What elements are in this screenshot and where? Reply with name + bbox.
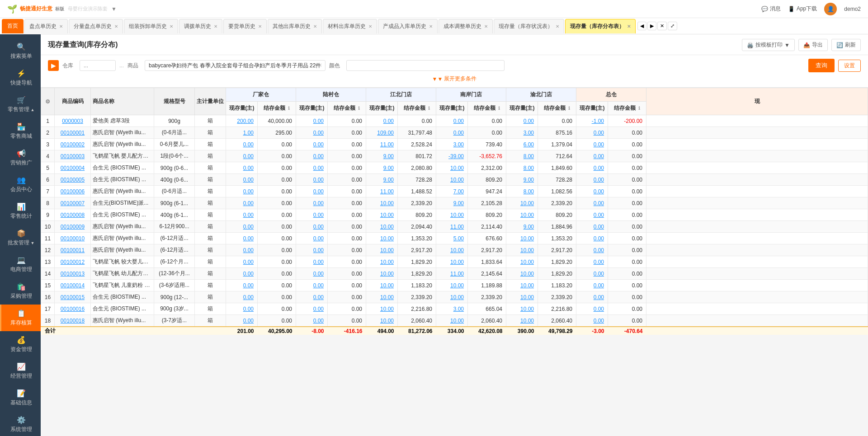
tab-expand-btn[interactable]: ⤢ — [668, 22, 677, 30]
code-link[interactable]: 00100011 — [61, 247, 85, 253]
tab-cost-adjust[interactable]: 成本调整单历史 ✕ — [439, 19, 493, 33]
query-btn[interactable]: 查询 — [808, 59, 835, 72]
sidebar-item-ecommerce[interactable]: 💻 电商管理 — [0, 251, 41, 278]
user-avatar[interactable]: 👤 — [824, 3, 837, 15]
settings-btn[interactable]: 设置 — [838, 60, 861, 72]
tab-close-stock-status[interactable]: ✕ — [556, 24, 559, 29]
sidebar-item-finance[interactable]: 💰 资金管理 — [0, 331, 41, 358]
tab-home[interactable]: 首页 — [2, 19, 24, 33]
print-btn[interactable]: 🖨️ 按模板打印 ▼ — [742, 39, 795, 51]
code-link[interactable]: 00100002 — [61, 141, 85, 148]
tab-stock-dist[interactable]: 现存量（库存分布表） ✕ — [565, 19, 636, 33]
code-link[interactable]: 00100014 — [61, 282, 85, 289]
code-link[interactable]: 00100013 — [61, 271, 85, 277]
cell-nanan-qty: 10.00 — [436, 315, 468, 327]
sidebar-item-system[interactable]: ⚙️ 系统管理 — [0, 411, 41, 436]
code-link[interactable]: 00100015 — [61, 294, 85, 300]
cell-unit: 箱 — [195, 256, 226, 268]
cell-lucun-amt: 0.00 — [328, 244, 366, 256]
logo-area: 🌱 畅捷通好生意 标版 母婴行业演示陈套 ▼ — [7, 4, 117, 14]
tab-close-combo[interactable]: ✕ — [170, 24, 173, 29]
tab-prev-btn[interactable]: ◀ — [637, 22, 646, 30]
tab-stock-status[interactable]: 现存量（库存状况表） ✕ — [494, 19, 564, 33]
tab-inventory[interactable]: 盘点单历史 ✕ — [24, 19, 68, 33]
tab-close-all-btn[interactable]: ✕ — [657, 22, 667, 30]
sidebar-item-marketing[interactable]: 📢 营销推广 — [0, 145, 41, 171]
tab-close-cost-adjust[interactable]: ✕ — [484, 24, 488, 29]
sidebar-item-ops[interactable]: 📈 经营管理 — [0, 358, 41, 384]
info-icon-4[interactable]: ℹ — [498, 106, 500, 111]
sidebar-item-retail[interactable]: 🛒 零售管理 ▲ — [0, 91, 41, 118]
tab-close-inventory[interactable]: ✕ — [59, 24, 63, 29]
code-link[interactable]: 00100010 — [61, 235, 85, 242]
code-link[interactable]: 00100001 — [61, 130, 85, 136]
sidebar-item-retail-stats[interactable]: 📊 零售统计 — [0, 198, 41, 225]
cell-total-qty: 0.00 — [576, 315, 608, 327]
th-warehouse-jiangbei: 江北门店 — [366, 88, 436, 102]
sidebar-item-basic[interactable]: 📝 基础信息 — [0, 384, 41, 411]
tab-close-stock-dist[interactable]: ✕ — [627, 24, 631, 29]
sidebar-item-inventory[interactable]: 📋 库存核算 — [0, 305, 41, 331]
sidebar-item-member[interactable]: 👥 会员中心 — [0, 171, 41, 198]
code-link[interactable]: 00100004 — [61, 165, 85, 171]
tab-material-out[interactable]: 材料出库单历史 ✕ — [323, 19, 377, 33]
code-link[interactable]: 00100003 — [61, 153, 85, 159]
tab-close-material-out[interactable]: ✕ — [368, 24, 372, 29]
industry-dropdown-icon[interactable]: ▼ — [111, 6, 117, 12]
app-download-btn[interactable]: 📱 App下载 — [788, 5, 817, 13]
code-link[interactable]: 00100006 — [61, 188, 85, 195]
sidebar-item-search[interactable]: 🔍 搜索英单 — [0, 38, 41, 65]
retail-icon: 🛒 — [17, 96, 26, 104]
tab-close-requisition[interactable]: ✕ — [258, 24, 262, 29]
export-btn[interactable]: 📤 导出 — [798, 39, 828, 51]
code-link[interactable]: 00100016 — [61, 306, 85, 312]
info-icon-2[interactable]: ℹ — [358, 106, 360, 111]
tab-combo[interactable]: 组装拆卸单历史 ✕ — [124, 19, 178, 33]
code-link[interactable]: 00100009 — [61, 224, 85, 230]
sidebar-item-retail-mall[interactable]: 🏪 零售商城 — [0, 118, 41, 145]
color-input[interactable] — [346, 60, 505, 71]
code-link[interactable]: 0000003 — [62, 118, 83, 124]
cell-idx: 13 — [41, 256, 55, 268]
tab-product-in[interactable]: 产成品入库单历史 ✕ — [378, 19, 438, 33]
expand-more-btn[interactable]: ▼▼ 展开更多条件 — [432, 75, 477, 83]
code-link[interactable]: 00100005 — [61, 177, 85, 183]
cell-idx: 4 — [41, 150, 55, 162]
tab-requisition[interactable]: 要货单历史 ✕ — [223, 19, 267, 33]
info-icon-1[interactable]: ℹ — [288, 106, 290, 111]
sidebar-item-shortcut[interactable]: ⚡ 快捷导航 — [0, 65, 41, 91]
table-row: 10 00100009 惠氏启智 (Wyeth illu... 6-12月900… — [41, 221, 868, 233]
cell-idx: 18 — [41, 315, 55, 327]
sidebar-item-wholesale[interactable]: 📦 批发管理 ▼ — [0, 225, 41, 251]
tab-close-sub-inventory[interactable]: ✕ — [114, 24, 118, 29]
tab-transfer[interactable]: 调拨单历史 ✕ — [179, 19, 222, 33]
table-area[interactable]: ⚙ 商品编码 商品名称 规格型号 主计量单位 厂家仓 陆村仓 江北门店 南岸门店… — [41, 88, 868, 436]
code-link[interactable]: 00100008 — [61, 212, 85, 218]
message-btn[interactable]: 💬 消息 — [761, 5, 781, 13]
cell-nanan-amt: 2,114.40 — [468, 221, 506, 233]
username[interactable]: demo2 — [844, 6, 861, 12]
filter-expand-arrow[interactable]: ▶ — [48, 60, 59, 71]
tab-next-btn[interactable]: ▶ — [647, 22, 656, 30]
tab-other-out[interactable]: 其他出库单历史 ✕ — [268, 19, 322, 33]
refresh-btn[interactable]: 🔄 刷新 — [831, 39, 861, 51]
warehouse-input[interactable] — [80, 60, 116, 71]
info-icon-5[interactable]: ℹ — [568, 106, 570, 111]
cell-name: 合生元 (BIOSTIME) ... — [91, 209, 154, 221]
th-warehouse-yubei: 渝北门店 — [506, 88, 576, 102]
sidebar-item-purchase[interactable]: 🛍️ 采购管理 — [0, 278, 41, 305]
goods-input[interactable] — [145, 60, 326, 71]
info-icon-3[interactable]: ℹ — [428, 106, 430, 111]
info-icon-6[interactable]: ℹ — [638, 106, 640, 111]
th-gear[interactable]: ⚙ — [41, 88, 55, 115]
tab-close-other-out[interactable]: ✕ — [313, 24, 317, 29]
cell-jiangbei-qty: 10.00 — [366, 197, 398, 209]
tab-close-product-in[interactable]: ✕ — [429, 24, 433, 29]
tab-sub-inventory[interactable]: 分量盘点单历史 ✕ — [69, 19, 123, 33]
cell-current — [646, 221, 868, 233]
tab-close-transfer[interactable]: ✕ — [214, 24, 217, 29]
code-link[interactable]: 00100007 — [61, 200, 85, 206]
code-link[interactable]: 00100012 — [61, 259, 85, 265]
code-link[interactable]: 00100018 — [61, 318, 85, 324]
th-spec: 规格型号 — [154, 88, 195, 115]
